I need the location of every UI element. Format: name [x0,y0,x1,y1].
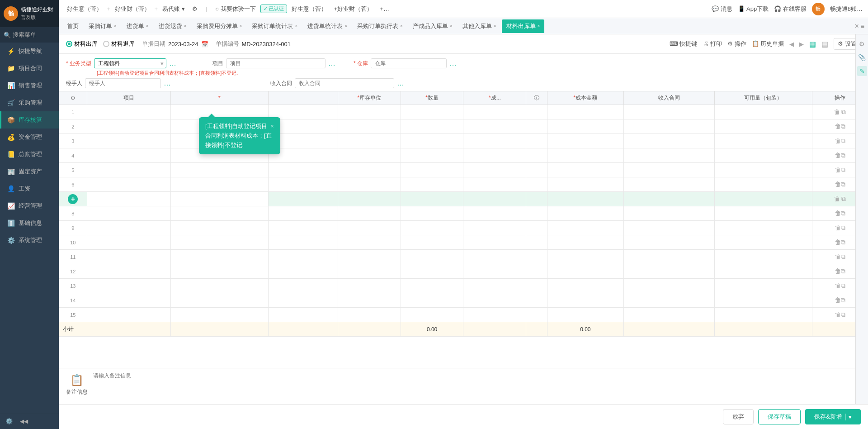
delete-row-15[interactable]: 🗑 [835,311,841,318]
handler-dots[interactable]: … [164,79,171,87]
delete-row-14[interactable]: 🗑 [835,296,841,304]
tab-close-receipt[interactable]: × [146,24,149,29]
right-tool-settings[interactable]: ⚙ [857,39,867,49]
topnav-experience[interactable]: ○ 我要体验一下 [212,3,258,15]
sidebar-item-system[interactable]: ⚙️ 系统管理 [0,232,59,249]
income-contract-input[interactable] [295,78,394,88]
sidebar-item-shortcut[interactable]: ⚡ 快捷导航 [0,43,59,60]
message-btn[interactable]: 💬 消息 [712,5,732,13]
tab-product-inbound[interactable]: 产成品入库单 × [408,19,457,33]
delete-row-1[interactable]: 🗑 [834,108,840,115]
add-row-btn[interactable]: + [68,194,78,204]
delete-row-7[interactable]: 🗑 [834,195,840,202]
right-tool-edit[interactable]: ✎ [857,66,867,76]
tab-close-all[interactable]: × [854,22,859,30]
copy-row-13[interactable]: ⧉ [841,282,845,289]
copy-row-3[interactable]: ⧉ [841,137,845,144]
sidebar-item-project[interactable]: 📁 项目合同 [0,60,59,77]
copy-row-15[interactable]: ⧉ [841,311,845,318]
sidebar-item-salary[interactable]: 👤 工资 [0,180,59,197]
tab-close-purchase-order[interactable]: × [114,24,117,29]
tab-purchase-order[interactable]: 采购订单 × [84,19,121,33]
next-record[interactable]: ▶ [799,41,804,48]
copy-row-6[interactable]: ⧉ [841,181,845,188]
sidebar-item-finance[interactable]: 💰 资金管理 [0,129,59,146]
view-grid[interactable]: ▦ [809,40,816,48]
copy-row-7[interactable]: ⧉ [841,195,846,202]
delete-row-6[interactable]: 🗑 [835,181,841,188]
business-type-input[interactable] [94,58,166,68]
save-draft-button[interactable]: 保存草稿 [758,409,801,424]
sidebar-item-sales[interactable]: 📊 销售管理 [0,77,59,94]
delete-row-12[interactable]: 🗑 [835,267,841,275]
tab-material-outbound[interactable]: 材料出库单 × [502,19,545,33]
delete-row-10[interactable]: 🗑 [835,238,841,246]
tab-return[interactable]: 进货退货 × [154,19,191,33]
operations-btn[interactable]: ⚙ 操作 [727,40,746,48]
col-settings[interactable]: ⚙ [59,91,87,105]
sidebar-item-operations[interactable]: 📈 经营管理 [0,197,59,214]
copy-row-1[interactable]: ⧉ [841,108,846,115]
app-download-btn[interactable]: 📱 App下载 [738,5,769,13]
copy-row-12[interactable]: ⧉ [841,267,845,275]
tab-expense-split[interactable]: 采购费用分摊单 × [192,19,247,33]
tab-close-purchase-stat[interactable]: × [295,24,297,29]
history-btn[interactable]: 📋 历史单据 [752,40,784,48]
topnav-haoyecai[interactable]: 好业财（菅） [112,3,153,15]
delete-row-3[interactable]: 🗑 [835,137,841,144]
topnav-haoshengyi[interactable]: 好生意（菅） [64,3,105,15]
radio-material-out[interactable]: 材料出库 [66,40,98,48]
shortcut-key-btn[interactable]: ⌨ 快捷键 [670,40,698,48]
sidebar-item-assets[interactable]: 🏢 固定资产 [0,163,59,180]
copy-row-4[interactable]: ⧉ [841,152,845,159]
topnav-haoyecai2[interactable]: +好业财（菅） [331,3,376,15]
add-row-item-input[interactable] [90,196,168,202]
tab-close-other[interactable]: × [494,24,496,29]
discard-button[interactable]: 放弃 [723,409,754,424]
tab-close-execution[interactable]: × [400,24,403,29]
collapse-icon[interactable]: ◀◀ [20,418,28,424]
radio-material-return[interactable]: 材料退库 [103,40,135,48]
business-type-dots[interactable]: … [169,59,176,67]
warehouse-input[interactable] [371,58,447,68]
tab-home[interactable]: 首页 [62,19,83,33]
sidebar-item-purchase[interactable]: 🛒 采购管理 [0,94,59,111]
tab-close-material[interactable]: × [538,24,540,29]
copy-row-9[interactable]: ⧉ [841,224,845,231]
prev-record[interactable]: ◀ [789,41,794,48]
save-new-button[interactable]: 保存&新增 ▾ [805,409,861,424]
delete-row-4[interactable]: 🗑 [835,152,841,159]
copy-row-8[interactable]: ⧉ [841,210,845,217]
add-row-material-input[interactable] [174,196,265,202]
topnav-haoshengyi2[interactable]: 好生意（菅） [289,3,330,15]
right-tool-attach[interactable]: 📎 [857,52,867,62]
calendar-icon[interactable]: 📅 [201,41,208,48]
project-dots[interactable]: … [328,59,335,67]
tab-close-receipt-stat[interactable]: × [344,24,347,29]
settings-icon[interactable]: ⚙️ [5,418,13,424]
delete-row-13[interactable]: 🗑 [835,282,841,289]
handler-input[interactable] [85,78,161,88]
tab-menu[interactable]: ≡ [861,23,864,30]
tab-receipt[interactable]: 进货单 × [122,19,153,33]
tab-receipt-stat[interactable]: 进货单统计表 × [303,19,352,33]
delete-row-9[interactable]: 🗑 [835,224,841,231]
tab-other-inbound[interactable]: 其他入库单 × [458,19,501,33]
tab-purchase-stat[interactable]: 采购订单统计表 × [247,19,302,33]
tab-execution[interactable]: 采购订单执行表 × [353,19,407,33]
notes-input[interactable] [93,372,861,385]
save-new-dropdown-icon[interactable]: ▾ [845,414,852,420]
topnav-yidaizhang[interactable]: 易代账 ▾ [160,3,188,15]
sidebar-item-basic[interactable]: ℹ️ 基础信息 [0,214,59,232]
user-avatar[interactable]: 畅 [812,3,825,15]
topnav-more[interactable]: +… [377,4,392,14]
tab-close-return[interactable]: × [184,24,187,29]
topnav-settings-icon[interactable]: ⚙ [189,4,200,14]
delete-row-11[interactable]: 🗑 [835,253,841,260]
copy-row-14[interactable]: ⧉ [841,296,845,304]
sidebar-search[interactable]: 🔍 搜索菜单 [0,27,59,43]
username[interactable]: 畅捷通8账… [830,5,863,13]
delete-row-8[interactable]: 🗑 [835,210,841,217]
view-list[interactable]: ▤ [821,40,828,48]
income-contract-dots[interactable]: … [397,79,404,87]
